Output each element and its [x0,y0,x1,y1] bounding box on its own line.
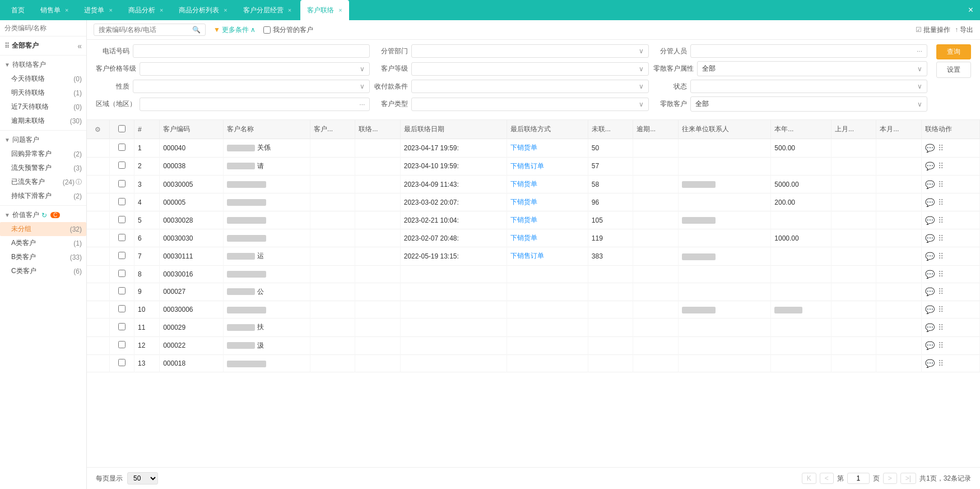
tab-sales-close[interactable]: × [65,7,68,13]
adv-select-dept[interactable]: ∨ [411,44,648,58]
prev-page-button[interactable]: < [820,473,834,484]
tab-product-analysis[interactable]: 商品分析 × [122,0,170,20]
tab-sales[interactable]: 销售单 × [34,0,75,20]
sidebar-item-a-class[interactable]: A类客户 (1) [0,236,86,250]
row-checkbox-5[interactable] [118,234,126,241]
export-button[interactable]: ↑ 导出 [955,25,973,35]
last-method-link-0[interactable]: 下销货单 [510,144,537,151]
all-customers-header[interactable]: ⠿ 全部客户 « [0,36,86,53]
action-chat-icon-1[interactable]: 💬 [925,162,935,170]
sidebar-item-tomorrow[interactable]: 明天待联络 (1) [0,86,86,100]
more-conditions-button[interactable]: ▼ 更多条件 ∧ [210,24,259,36]
first-page-button[interactable]: K [802,473,816,484]
action-chat-icon-11[interactable]: 💬 [925,341,935,350]
row-checkbox-4[interactable] [118,216,126,223]
last-method-link-4[interactable]: 下销货单 [510,216,537,224]
row-checkbox-0[interactable] [118,144,126,151]
last-method-link-2[interactable]: 下销货单 [510,180,537,188]
next-page-button[interactable]: > [883,473,897,484]
adv-select-retail-attr[interactable]: 全部 ∨ [697,61,927,76]
batch-ops-button[interactable]: ☑ 批量操作 [916,25,950,35]
sidebar-item-overdue[interactable]: 逾期未联络 (30) [0,114,86,128]
action-chat-icon-2[interactable]: 💬 [925,180,935,189]
tab-purchase[interactable]: 进货单 × [77,0,119,20]
sidebar-group-value[interactable]: ▼ 价值客户 ↻ C [0,208,86,222]
refresh-icon[interactable]: ↻ [41,211,47,219]
action-chat-icon-6[interactable]: 💬 [925,252,935,261]
sidebar-item-declining[interactable]: 持续下滑客户 (2) [0,189,86,203]
adv-select-retail[interactable]: 全部 ∨ [690,96,927,112]
sidebar-group-pending[interactable]: ▼ 待联络客户 [0,58,86,72]
action-chat-icon-10[interactable]: 💬 [925,323,935,332]
last-method-link-1[interactable]: 下销售订单 [510,162,544,170]
action-chat-icon-4[interactable]: 💬 [925,216,935,225]
action-grid-icon-11[interactable]: ⠿ [938,341,944,350]
last-page-button[interactable]: >| [900,473,916,484]
row-checkbox-6[interactable] [118,252,126,259]
action-grid-icon-12[interactable]: ⠿ [938,359,944,368]
last-method-link-5[interactable]: 下销货单 [510,234,537,242]
action-grid-icon-2[interactable]: ⠿ [938,180,944,189]
tab-home[interactable]: 首页 [4,0,31,20]
select-all-checkbox[interactable] [118,125,126,132]
tab-customer-segment-close[interactable]: × [288,7,291,13]
action-chat-icon-7[interactable]: 💬 [925,270,935,279]
tab-product-analysis-list-close[interactable]: × [224,7,227,13]
main-search-icon[interactable]: 🔍 [192,26,201,34]
adv-select-customer-tier[interactable]: ∨ [411,62,648,76]
adv-select-price-tier[interactable]: ∨ [140,62,370,76]
tab-customer-contact[interactable]: 客户联络 × [300,0,349,20]
adv-select-customer-type[interactable]: ∨ [411,98,648,111]
action-grid-icon-3[interactable]: ⠿ [938,198,944,207]
action-grid-icon-0[interactable]: ⠿ [938,144,944,153]
sidebar-item-abnormal[interactable]: 回购异常客户 (2) [0,147,86,161]
adv-select-person[interactable]: ··· [690,44,927,58]
sidebar-item-today[interactable]: 今天待联络 (0) [0,72,86,86]
adv-input-phone[interactable] [133,44,370,58]
action-grid-icon-8[interactable]: ⠿ [938,287,944,296]
sidebar-item-churn-risk[interactable]: 流失预警客户 (3) [0,161,86,175]
last-method-link-3[interactable]: 下销货单 [510,198,537,206]
adv-select-nature[interactable]: ∨ [133,80,370,93]
adv-select-status[interactable]: ∨ [690,80,927,93]
row-checkbox-2[interactable] [118,180,126,187]
tab-product-analysis-list[interactable]: 商品分析列表 × [172,0,234,20]
reset-button[interactable]: 设置 [936,62,971,78]
last-method-link-6[interactable]: 下销售订单 [510,252,544,260]
close-all-tabs-button[interactable]: × [968,5,973,15]
sidebar-search-input[interactable] [4,24,87,32]
row-checkbox-1[interactable] [118,162,126,169]
action-chat-icon-9[interactable]: 💬 [925,305,935,314]
action-chat-icon-5[interactable]: 💬 [925,234,935,243]
action-grid-icon-5[interactable]: ⠿ [938,234,944,243]
sidebar-item-unsorted[interactable]: 未分组 (32) [0,222,86,236]
query-button[interactable]: 查询 [936,44,971,59]
sidebar-item-lost[interactable]: 已流失客户 (24) ⓘ [0,175,86,189]
action-chat-icon-0[interactable]: 💬 [925,144,935,153]
page-number-input[interactable] [847,473,870,484]
row-checkbox-7[interactable] [118,270,126,277]
action-chat-icon-12[interactable]: 💬 [925,359,935,368]
sidebar-group-problem[interactable]: ▼ 问题客户 [0,133,86,147]
row-checkbox-10[interactable] [118,323,126,330]
row-checkbox-9[interactable] [118,305,126,312]
tab-customer-segment[interactable]: 客户分层经营 × [236,0,298,20]
sidebar-item-b-class[interactable]: B类客户 (33) [0,250,86,264]
row-checkbox-8[interactable] [118,287,126,294]
row-checkbox-11[interactable] [118,341,126,348]
action-chat-icon-8[interactable]: 💬 [925,287,935,296]
adv-select-payment[interactable]: ∨ [411,80,648,93]
action-grid-icon-4[interactable]: ⠿ [938,216,944,225]
per-page-select[interactable]: 50 100 200 [127,472,158,485]
adv-select-region[interactable]: ··· [140,98,370,111]
tab-purchase-close[interactable]: × [109,7,112,13]
action-chat-icon-3[interactable]: 💬 [925,198,935,207]
my-customers-checkbox-wrapper[interactable]: 我分管的客户 [263,25,313,35]
sidebar-collapse-button[interactable]: « [77,41,82,50]
action-grid-icon-6[interactable]: ⠿ [938,252,944,261]
sidebar-item-c-class[interactable]: C类客户 (6) [0,264,86,278]
tab-customer-contact-close[interactable]: × [338,7,342,13]
action-grid-icon-10[interactable]: ⠿ [938,323,944,332]
row-checkbox-12[interactable] [118,359,126,366]
action-grid-icon-1[interactable]: ⠿ [938,162,944,170]
